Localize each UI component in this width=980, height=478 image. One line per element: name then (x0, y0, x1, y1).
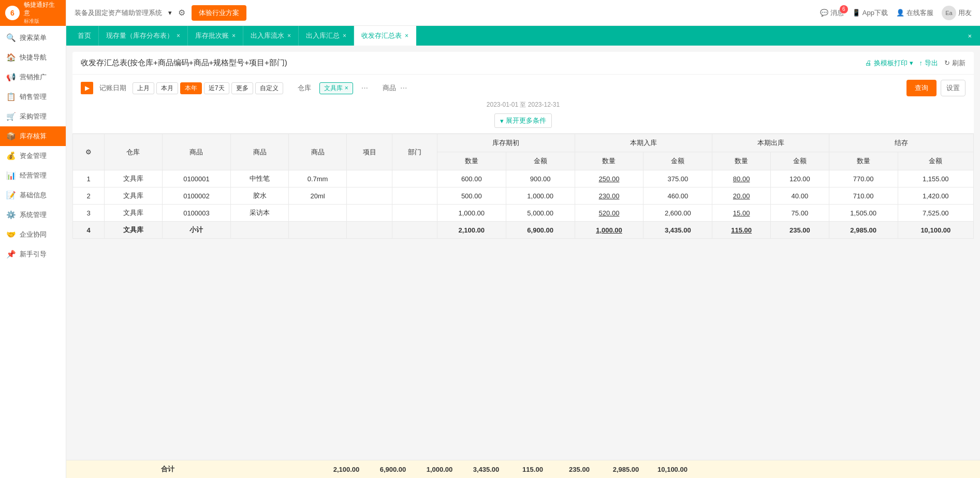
row-code: 0100001 (162, 170, 231, 187)
date-btn-7days[interactable]: 近7天 (204, 82, 229, 94)
sidebar-item-quick[interactable]: 🏠 快捷导航 (0, 48, 66, 67)
sidebar-item-inventory[interactable]: 📦 库存核算 (0, 126, 66, 146)
message-button[interactable]: 💬 消息 6 (820, 8, 844, 18)
system-dropdown[interactable]: ▾ (168, 9, 172, 17)
expand-button[interactable]: ▾ 展开更多条件 (494, 113, 552, 128)
row-name: 中性笔 (231, 170, 288, 187)
settings-icon[interactable]: ⚙ (85, 148, 92, 156)
row-in-qty[interactable]: 230.00 (575, 187, 643, 205)
close-all-tabs-icon[interactable]: × (963, 32, 976, 40)
tab-close-icon[interactable]: × (287, 33, 291, 39)
row-no: 2 (73, 187, 105, 205)
subtotal-balance-qty: 2,985.00 (829, 222, 898, 239)
footer-out-amt: 235.00 (556, 466, 603, 473)
row-in-amt: 2,600.00 (643, 205, 712, 222)
row-warehouse: 文具库 (105, 205, 162, 222)
avatar: Ea (942, 6, 956, 20)
row-out-amt: 75.00 (771, 205, 829, 222)
tab-batch-ledger[interactable]: 库存批次账 × (188, 26, 243, 46)
date-btn-custom[interactable]: 自定义 (255, 82, 283, 94)
sidebar-item-marketing[interactable]: 📢 营销推广 (0, 67, 66, 87)
main-content: 装备及固定资产辅助管理系统 ▾ ⚙ 体验行业方案 💬 消息 6 📱 App下载 … (66, 0, 980, 478)
refresh-button[interactable]: ↻ 刷新 (944, 59, 966, 68)
tab-close-icon[interactable]: × (177, 33, 180, 39)
tab-close-icon[interactable]: × (405, 33, 408, 39)
sidebar-item-basic[interactable]: 📝 基础信息 (0, 185, 66, 205)
sidebar-item-system[interactable]: ⚙️ 系统管理 (0, 205, 66, 225)
col-spec: 商品 (288, 134, 347, 170)
tab-in-out-summary[interactable]: 出入库汇总 × (299, 26, 354, 46)
tab-close-icon[interactable]: × (232, 33, 236, 39)
row-opening-qty: 600.00 (437, 170, 506, 187)
table-row: 3 文具库 0100003 采访本 1,000.00 5,000.00 520.… (73, 205, 974, 222)
subtotal-empty3 (347, 222, 392, 239)
system-name: 装备及固定资产辅助管理系统 (75, 8, 162, 18)
row-code: 0100002 (162, 187, 231, 205)
tab-in-out-flow[interactable]: 出入库流水 × (243, 26, 299, 46)
date-btn-this-month[interactable]: 本月 (156, 82, 178, 94)
row-in-qty[interactable]: 250.00 (575, 170, 643, 187)
sidebar-item-search[interactable]: 🔍 搜索菜单 (0, 28, 66, 48)
tab-home[interactable]: 首页 (70, 26, 99, 46)
export-button[interactable]: ↑ 导出 (919, 59, 939, 68)
sidebar-item-finance[interactable]: 💰 资金管理 (0, 146, 66, 166)
row-opening-amt: 900.00 (506, 170, 575, 187)
col-opening: 库存期初 (437, 134, 575, 152)
sub-col-opening-amt: 金额 (506, 152, 575, 170)
date-buttons: 上月 本月 本年 近7天 更多 自定义 (133, 82, 283, 94)
app-download-button[interactable]: 📱 App下载 (852, 8, 888, 18)
home-icon: 🏠 (6, 53, 16, 62)
printer-icon: 🖨 (865, 59, 872, 67)
experience-button[interactable]: 体验行业方案 (192, 5, 246, 21)
expand-icon: ▾ (500, 117, 504, 125)
subtotal-no: 4 (73, 222, 105, 239)
date-btn-this-year[interactable]: 本年 (180, 82, 202, 94)
sidebar-item-purchase[interactable]: 🛒 采购管理 (0, 107, 66, 126)
subtotal-out-qty[interactable]: 115.00 (712, 222, 771, 239)
print-label: 换模板打印 (874, 59, 908, 68)
date-btn-last-month[interactable]: 上月 (133, 82, 154, 94)
row-balance-amt: 7,525.00 (898, 205, 973, 222)
tab-close-icon[interactable]: × (343, 33, 346, 39)
row-out-qty[interactable]: 80.00 (712, 170, 771, 187)
row-opening-qty: 1,000.00 (437, 205, 506, 222)
user-menu[interactable]: Ea 用友 (942, 6, 972, 20)
sidebar-item-newbie[interactable]: 📌 新手引导 (0, 244, 66, 264)
row-warehouse: 文具库 (105, 170, 162, 187)
sidebar-item-operation[interactable]: 📊 经营管理 (0, 166, 66, 185)
sidebar-item-label: 销售管理 (20, 92, 47, 102)
row-opening-amt: 1,000.00 (506, 187, 575, 205)
settings-button[interactable]: 设置 (941, 80, 966, 96)
refresh-icon: ↻ (944, 59, 950, 67)
goods-more-icon[interactable]: ··· (400, 83, 407, 93)
online-service-button[interactable]: 👤 在线客服 (896, 8, 933, 18)
expand-label: 展开更多条件 (506, 116, 546, 125)
row-out-qty[interactable]: 15.00 (712, 205, 771, 222)
logo-icon: 6 (5, 6, 20, 20)
tab-receive-send-summary[interactable]: 收发存汇总表 × (354, 26, 416, 46)
sidebar-item-enterprise[interactable]: 🤝 企业协同 (0, 225, 66, 244)
gear-icon[interactable]: ⚙ (178, 8, 185, 18)
row-dept (392, 170, 437, 187)
row-balance-qty: 770.00 (829, 170, 898, 187)
topbar-left: 装备及固定资产辅助管理系统 ▾ ⚙ 体验行业方案 (75, 5, 246, 21)
row-out-qty[interactable]: 20.00 (712, 187, 771, 205)
warehouse-more-icon[interactable]: ··· (361, 83, 368, 93)
subtotal-in-qty[interactable]: 1,000.00 (575, 222, 643, 239)
subtotal-warehouse: 文具库 (105, 222, 162, 239)
sidebar-item-sales[interactable]: 📋 销售管理 (0, 87, 66, 107)
col-code: 商品 (162, 134, 231, 170)
row-in-qty[interactable]: 520.00 (575, 205, 643, 222)
footer-in-amt: 3,435.00 (463, 466, 509, 473)
chevron-down-icon: ▾ (168, 9, 172, 17)
filter-toggle[interactable]: ▶ (81, 82, 93, 94)
table-row: 1 文具库 0100001 中性笔 0.7mm 600.00 900.00 25… (73, 170, 974, 187)
date-btn-more[interactable]: 更多 (231, 82, 253, 94)
warehouse-remove-icon[interactable]: × (345, 84, 348, 92)
row-name: 采访本 (231, 205, 288, 222)
print-button[interactable]: 🖨 换模板打印 ▾ (865, 59, 913, 68)
subtotal-empty4 (392, 222, 437, 239)
tab-inventory-dist[interactable]: 现存量（库存分布表） × (99, 26, 188, 46)
query-button[interactable]: 查询 (906, 80, 937, 96)
row-balance-qty: 1,505.00 (829, 205, 898, 222)
